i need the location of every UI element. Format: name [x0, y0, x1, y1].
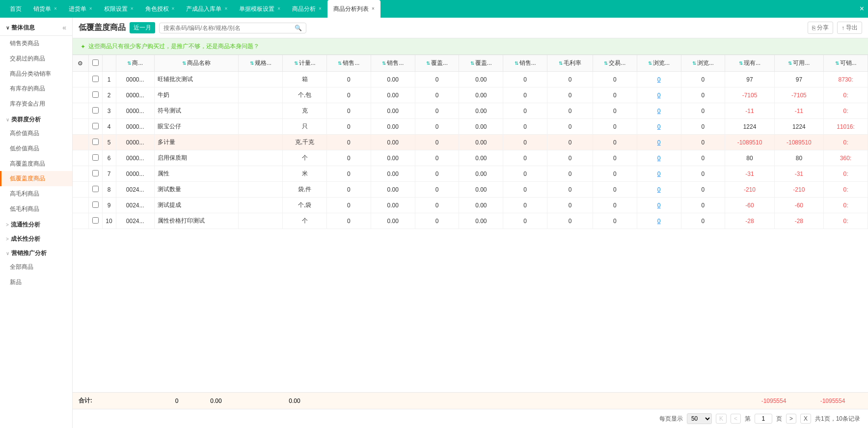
- sidebar-collapse-button[interactable]: «: [60, 22, 68, 33]
- sidebar-item-high-coverage[interactable]: 高覆盖度商品: [0, 156, 72, 171]
- column-code[interactable]: ⇅商...: [116, 55, 154, 72]
- row-select-checkbox[interactable]: [92, 170, 99, 176]
- column-avail[interactable]: ⇅可用...: [774, 55, 823, 72]
- column-sales-c[interactable]: ⇅销售...: [503, 55, 547, 72]
- row-gear[interactable]: [73, 166, 88, 182]
- row-checkbox[interactable]: [88, 87, 102, 103]
- column-browse-a[interactable]: ⇅浏览...: [637, 55, 681, 72]
- row-browse-a[interactable]: 0: [637, 182, 681, 198]
- prev-page-button[interactable]: <: [731, 414, 741, 424]
- tab-home[interactable]: 首页: [4, 0, 27, 18]
- share-button[interactable]: ⎘ 分享: [808, 22, 833, 34]
- row-browse-a[interactable]: 0: [637, 213, 681, 229]
- row-checkbox[interactable]: [88, 166, 102, 182]
- close-icon[interactable]: ×: [277, 0, 280, 18]
- page-size-select[interactable]: 50 100 200: [687, 413, 712, 424]
- sidebar-item-high-margin[interactable]: 高毛利商品: [0, 186, 72, 201]
- row-gear[interactable]: [73, 119, 88, 135]
- column-trans[interactable]: ⇅交易...: [593, 55, 637, 72]
- column-saleable[interactable]: ⇅可销...: [824, 55, 868, 72]
- sidebar-item-low-coverage[interactable]: 低覆盖度商品: [0, 171, 72, 186]
- close-icon[interactable]: ×: [224, 0, 227, 18]
- row-checkbox[interactable]: [88, 150, 102, 166]
- row-select-checkbox[interactable]: [92, 107, 99, 114]
- row-select-checkbox[interactable]: [92, 201, 99, 208]
- last-page-button[interactable]: X: [800, 414, 811, 424]
- row-select-checkbox[interactable]: [92, 217, 99, 224]
- first-page-button[interactable]: K: [716, 414, 727, 424]
- sidebar-item-high-value[interactable]: 高价值商品: [0, 126, 72, 141]
- tab-purchase-order[interactable]: 进货单 ×: [63, 0, 98, 18]
- close-icon[interactable]: ×: [319, 0, 322, 18]
- row-select-checkbox[interactable]: [92, 76, 99, 82]
- sidebar-item-capital[interactable]: 库存资金占用: [0, 96, 72, 112]
- tab-product-analysis-list[interactable]: 商品分析列表 ×: [327, 0, 380, 18]
- tab-role-auth[interactable]: 角色授权 ×: [139, 0, 181, 18]
- row-browse-a[interactable]: 0: [637, 72, 681, 87]
- row-checkbox[interactable]: [88, 198, 102, 213]
- row-select-checkbox[interactable]: [92, 186, 99, 192]
- close-icon[interactable]: ×: [54, 0, 57, 18]
- row-checkbox[interactable]: [88, 119, 102, 135]
- row-browse-a[interactable]: 0: [637, 119, 681, 135]
- row-select-checkbox[interactable]: [92, 91, 99, 98]
- row-checkbox[interactable]: [88, 72, 102, 87]
- row-gear[interactable]: [73, 182, 88, 198]
- row-checkbox[interactable]: [88, 103, 102, 119]
- row-gear[interactable]: [73, 87, 88, 103]
- sidebar-item-new-goods[interactable]: 新品: [0, 275, 72, 290]
- close-all-button[interactable]: ×: [860, 4, 864, 13]
- close-icon[interactable]: ×: [89, 0, 92, 18]
- row-checkbox[interactable]: [88, 135, 102, 150]
- column-spec[interactable]: ⇅规格...: [239, 55, 283, 72]
- next-page-button[interactable]: >: [786, 414, 796, 424]
- row-select-checkbox[interactable]: [92, 139, 99, 145]
- row-checkbox[interactable]: [88, 213, 102, 229]
- close-icon[interactable]: ×: [172, 0, 175, 18]
- date-filter-button[interactable]: 近一月: [130, 22, 155, 33]
- row-browse-a[interactable]: 0: [637, 150, 681, 166]
- sidebar-item-category-rate[interactable]: 商品分类动销率: [0, 66, 72, 82]
- row-gear[interactable]: [73, 103, 88, 119]
- row-select-checkbox[interactable]: [92, 154, 99, 161]
- row-checkbox[interactable]: [88, 182, 102, 198]
- row-browse-a[interactable]: 0: [637, 166, 681, 182]
- column-gross-rate[interactable]: ⇅毛利率: [547, 55, 593, 72]
- column-unit[interactable]: ⇅计量...: [283, 55, 327, 72]
- sidebar-item-low-margin[interactable]: 低毛利商品: [0, 201, 72, 217]
- search-input[interactable]: [163, 25, 295, 31]
- close-icon[interactable]: ×: [372, 0, 375, 18]
- column-cover-b[interactable]: ⇅覆盖...: [459, 55, 503, 72]
- tab-template-settings[interactable]: 单据模板设置 ×: [233, 0, 286, 18]
- export-button[interactable]: ↑ 导出: [837, 22, 862, 34]
- column-gear[interactable]: ⚙: [73, 55, 88, 72]
- sidebar-item-low-value[interactable]: 低价值商品: [0, 141, 72, 156]
- column-current[interactable]: ⇅现有...: [725, 55, 774, 72]
- row-browse-a[interactable]: 0: [637, 87, 681, 103]
- close-icon[interactable]: ×: [131, 0, 134, 18]
- row-gear[interactable]: [73, 213, 88, 229]
- tab-permissions[interactable]: 权限设置 ×: [98, 0, 139, 18]
- search-icon[interactable]: 🔍: [295, 25, 302, 31]
- sidebar-item-sales-goods[interactable]: 销售类商品: [0, 36, 72, 51]
- row-select-checkbox[interactable]: [92, 123, 99, 129]
- page-number-input[interactable]: [755, 414, 772, 424]
- row-gear[interactable]: [73, 72, 88, 87]
- sidebar-item-in-stock[interactable]: 有库存的商品: [0, 81, 72, 96]
- sidebar-item-traded-goods[interactable]: 交易过的商品: [0, 51, 72, 66]
- row-gear[interactable]: [73, 198, 88, 213]
- row-browse-a[interactable]: 0: [637, 103, 681, 119]
- tab-sales-order[interactable]: 销货单 ×: [27, 0, 63, 18]
- column-sales-amt[interactable]: ⇅销售...: [371, 55, 415, 72]
- sidebar-item-all-goods[interactable]: 全部商品: [0, 259, 72, 275]
- column-cover-a[interactable]: ⇅覆盖...: [415, 55, 459, 72]
- column-browse-b[interactable]: ⇅浏览...: [681, 55, 725, 72]
- column-name[interactable]: ⇅商品名称: [154, 55, 239, 72]
- column-sales-qty[interactable]: ⇅销售...: [327, 55, 371, 72]
- row-browse-a[interactable]: 0: [637, 198, 681, 213]
- row-gear[interactable]: [73, 150, 88, 166]
- row-browse-a[interactable]: 0: [637, 135, 681, 150]
- row-gear[interactable]: [73, 135, 88, 150]
- tab-product-inbound[interactable]: 产成品入库单 ×: [180, 0, 233, 18]
- tab-product-analysis[interactable]: 商品分析 ×: [286, 0, 327, 18]
